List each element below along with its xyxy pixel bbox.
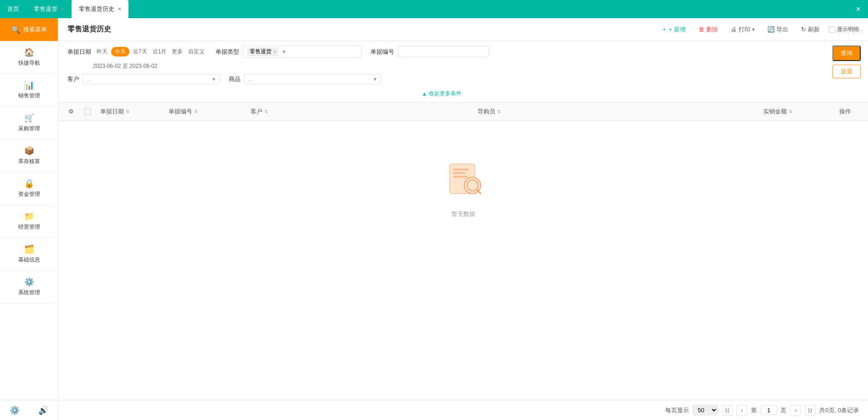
window-close-btn[interactable]: × [856,5,861,14]
filter-row-1: 单据日期 昨天 今天 近7天 近1月 更多 自定义 单据类型 [67,46,816,58]
page-next-btn[interactable]: › [790,405,801,416]
goods-select[interactable]: ... ▾ [244,74,381,84]
collapse-button[interactable]: ▲ 收起更多条件 [422,90,462,97]
page-size-label: 每页显示 [665,406,689,415]
date-filter-group: 单据日期 昨天 今天 近7天 近1月 更多 自定义 [67,47,206,56]
refresh-button[interactable]: ↻ 刷新 [797,24,823,36]
doctype-select[interactable]: 零售退货 × ▾ [243,46,361,58]
th-amount[interactable]: 实销金额 ⇅ [759,108,827,116]
sidebar-item-operation-label: 经营管理 [18,223,40,231]
table-container: ⚙ 单据日期 ⇅ 单据编号 ⇅ 客户 ⇅ 导购员 ⇅ [58,102,868,400]
search-icon: 🔍 [11,26,21,34]
tab-retail-return-history[interactable]: 零售退货历史 × [72,0,128,18]
page-first-btn[interactable]: ⟨⟨ [722,405,733,416]
sidebar-item-shortcut[interactable]: 🏠 快捷导航 [0,41,58,74]
th-amount-label: 实销金额 [763,108,787,116]
export-icon: 🔄 [767,26,775,33]
sidebar-search[interactable]: 🔍 搜索菜单 [0,18,58,41]
customer-placeholder: ... [87,76,92,82]
date-buttons: 昨天 今天 近7天 近1月 更多 自定义 [95,47,206,56]
page-input[interactable] [760,405,777,415]
docsn-filter-group: 单据编号 [370,46,489,57]
page-title: 零售退货历史 [67,25,111,34]
delete-button[interactable]: 🗑 删除 [695,24,722,36]
toolbar: + + 新增 🗑 删除 🖨 打印 ▾ 🔄 导出 ↻ [659,24,859,36]
customer-filter-group: 客户 ... ▾ [67,74,220,84]
th-sn[interactable]: 单据编号 ⇅ [164,108,246,116]
delete-label: 删除 [706,26,718,34]
tab-home[interactable]: 首页 [0,0,26,18]
content-area: 零售退货历史 + + 新增 🗑 删除 🖨 打印 ▾ 🔄 导出 [58,18,868,420]
main-layout: 🔍 搜索菜单 🏠 快捷导航 📊 销售管理 🛒 采购管理 📦 库存核算 🔒 [0,18,868,420]
th-guide[interactable]: 导购员 ⇅ [473,108,541,116]
date-btn-yesterday[interactable]: 昨天 [95,47,109,56]
display-detail-toggle[interactable]: 显示明细 [829,26,859,33]
print-button[interactable]: 🖨 打印 ▾ [727,24,758,36]
sidebar-search-label: 搜索菜单 [23,26,47,34]
sidebar-item-inventory[interactable]: 📦 库存核算 [0,139,58,172]
new-label: + 新增 [669,26,686,34]
sales-icon: 📊 [24,80,34,90]
check-all-checkbox[interactable] [84,108,91,115]
sidebar-item-basic[interactable]: 🗂️ 基础信息 [0,238,58,271]
collapse-up-icon: ▲ [422,91,427,97]
th-customer[interactable]: 客户 ⇅ [246,108,473,116]
svg-rect-3 [453,176,467,178]
sidebar: 🔍 搜索菜单 🏠 快捷导航 📊 销售管理 🛒 采购管理 📦 库存核算 🔒 [0,18,58,420]
customer-select[interactable]: ... ▾ [83,74,220,84]
page-last-btn[interactable]: ⟩⟩ [805,405,816,416]
sidebar-item-operation[interactable]: 📁 经营管理 [0,205,58,238]
total-info: 共0页, 0条记录 [819,406,859,415]
date-btn-1month[interactable]: 近1月 [151,47,169,56]
page-prev-btn[interactable]: ‹ [736,405,747,416]
finance-icon: 🔒 [24,179,34,189]
inventory-icon: 📦 [24,146,34,156]
th-date[interactable]: 单据日期 ⇅ [96,108,164,116]
goods-filter-group: 商品 ... ▾ [229,74,381,84]
sidebar-nav: 🏠 快捷导航 📊 销售管理 🛒 采购管理 📦 库存核算 🔒 资金管理 📁 [0,41,58,400]
display-detail-checkbox[interactable] [829,26,835,33]
tab-retail-return-close[interactable]: × [61,6,64,12]
tab-retail-return-history-close[interactable]: × [118,6,121,12]
empty-text: 暂无数据 [452,210,475,218]
th-op-label: 操作 [839,108,851,116]
sidebar-item-shortcut-label: 快捷导航 [18,59,40,67]
page-header: 零售退货历史 + + 新增 🗑 删除 🖨 打印 ▾ 🔄 导出 [58,18,868,41]
delete-icon: 🗑 [699,26,704,33]
empty-illustration [441,157,486,203]
filter-row-2: 客户 ... ▾ 商品 ... ▾ [67,74,816,84]
date-btn-more[interactable]: 更多 [170,47,185,56]
doctype-tag-close[interactable]: × [273,49,276,54]
sidebar-item-system-label: 系统管理 [18,289,40,297]
tab-retail-return[interactable]: 零售退货 × [26,0,72,18]
settings-bottom-icon[interactable]: ⚙️ [10,405,20,415]
docsn-input[interactable] [398,46,489,57]
sidebar-item-finance[interactable]: 🔒 资金管理 [0,172,58,205]
date-btn-custom[interactable]: 自定义 [186,47,206,56]
filter-bar: 单据日期 昨天 今天 近7天 近1月 更多 自定义 单据类型 [58,41,825,102]
display-detail-label: 显示明细 [837,26,859,33]
th-guide-sort-icon: ⇅ [497,109,501,114]
volume-bottom-icon[interactable]: 🔊 [38,405,48,415]
sidebar-item-sales[interactable]: 📊 销售管理 [0,74,58,107]
sidebar-bottom: ⚙️ 🔊 [0,400,58,420]
query-button[interactable]: 查询 [832,46,861,61]
date-btn-today[interactable]: 今天 [111,47,129,56]
print-icon: 🖨 [731,26,737,33]
table-settings-icon[interactable]: ⚙ [63,108,79,115]
th-amount-sort-icon: ⇅ [789,109,792,114]
sidebar-item-system[interactable]: ⚙️ 系统管理 [0,271,58,303]
export-button[interactable]: 🔄 导出 [764,24,792,36]
collapse-row: ▲ 收起更多条件 [67,88,816,97]
set-button[interactable]: 设置 [832,65,861,78]
th-customer-label: 客户 [251,108,262,116]
table-check-all[interactable] [79,108,96,115]
sidebar-item-finance-label: 资金管理 [18,190,40,198]
tab-home-label: 首页 [7,5,19,13]
sidebar-item-purchase[interactable]: 🛒 采购管理 [0,107,58,139]
page-size-select[interactable]: 50 10 20 100 [693,405,718,415]
date-btn-7days[interactable]: 近7天 [131,47,149,56]
doctype-arrow-icon: ▾ [282,48,286,55]
new-button[interactable]: + + 新增 [659,24,689,36]
home-icon: 🏠 [24,47,34,57]
